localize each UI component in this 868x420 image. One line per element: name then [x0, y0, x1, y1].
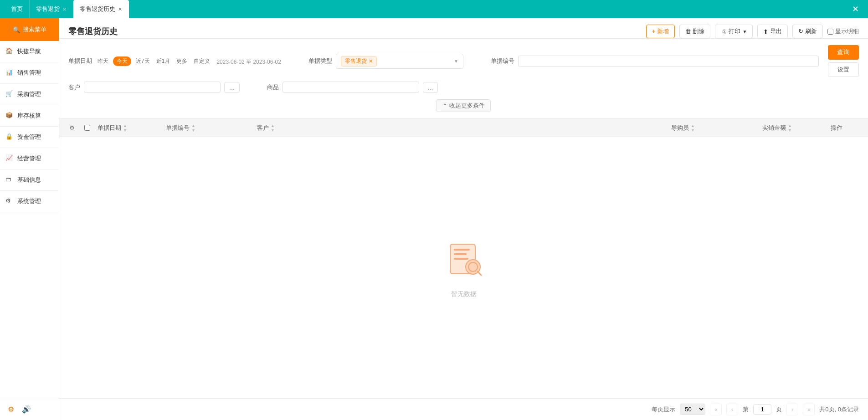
close-tab-retail-return[interactable]: ✕ — [62, 6, 67, 12]
sidebar-bottom: ⚙ 🔊 — [0, 398, 59, 420]
home-icon: 🏠 — [5, 47, 14, 56]
sidebar-item-basic[interactable]: 🗃 基础信息 — [0, 169, 59, 191]
window-close-button[interactable]: ✕ — [847, 4, 863, 14]
table-settings-icon[interactable]: ⚙ — [64, 124, 80, 131]
display-detail-label[interactable]: 显示明细 — [835, 27, 859, 36]
tab-retail-return-history[interactable]: 零售退货历史 ✕ — [73, 0, 129, 18]
doc-num-label: 单据编号 — [491, 57, 514, 65]
goods-dots[interactable]: ... — [423, 82, 438, 93]
select-all-checkbox[interactable] — [84, 125, 90, 131]
doc-type-filter-field: 单据类型 零售退货 ✕ ▼ — [308, 54, 463, 69]
date-opt-custom[interactable]: 自定义 — [192, 56, 212, 66]
empty-state: 暂无数据 — [59, 137, 868, 398]
last-page-button[interactable]: » — [803, 404, 815, 415]
th-docnum[interactable]: 单据编号 ▲▼ — [162, 123, 253, 133]
page-header: 零售退货历史 + 新增 🗑 删除 🖨 打印 ▼ ⬆ 导出 ↻ 刷新 — [59, 18, 868, 39]
refresh-button[interactable]: ↻ 刷新 — [792, 25, 823, 38]
date-opt-yesterday[interactable]: 昨天 — [96, 56, 110, 66]
doc-num-filter-field: 单据编号 — [491, 56, 819, 67]
main-layout: 🔍 搜索菜单 🏠 快捷导航 📊 销售管理 🛒 采购管理 📦 库存核算 🔒 资金管… — [0, 18, 868, 420]
search-icon: 🔍 — [13, 26, 20, 33]
sidebar-search[interactable]: 🔍 搜索菜单 — [0, 18, 59, 41]
th-date[interactable]: 单据日期 ▲▼ — [94, 123, 162, 133]
svg-rect-3 — [454, 258, 468, 260]
goods-filter-field: 商品 ... — [267, 82, 438, 93]
svg-line-6 — [478, 271, 481, 275]
sidebar-item-sales[interactable]: 📊 销售管理 — [0, 62, 59, 84]
date-opt-1month[interactable]: 近1月 — [154, 56, 172, 66]
audio-bottom-icon[interactable]: 🔊 — [21, 404, 32, 415]
close-tab-retail-return-history[interactable]: ✕ — [118, 6, 122, 12]
system-icon: ⚙ — [5, 197, 14, 205]
page-label-before: 第 — [743, 405, 749, 414]
tab-home[interactable]: 首页 — [5, 0, 30, 18]
empty-state-icon — [441, 237, 487, 283]
display-detail-checkbox[interactable] — [827, 29, 833, 35]
customer-dots[interactable]: ... — [224, 82, 240, 93]
doc-num-input[interactable] — [518, 56, 819, 67]
set-button[interactable]: 设置 — [828, 62, 859, 77]
date-filter-label: 单据日期 — [68, 57, 92, 65]
pagination-bar: 每页显示 50 10 20 100 « ‹ 第 1 页 › » 共0页, 0条记… — [59, 398, 868, 420]
date-opt-today[interactable]: 今天 — [113, 56, 131, 66]
doc-type-select[interactable]: 零售退货 ✕ ▼ — [336, 54, 463, 69]
filter-area: 单据日期 昨天 今天 近7天 近1月 更多 自定义 2023-06-02 至 2… — [59, 39, 868, 119]
export-icon: ⬆ — [763, 28, 768, 35]
sort-guide-icon: ▲▼ — [691, 123, 695, 133]
sidebar-item-purchase[interactable]: 🛒 采购管理 — [0, 84, 59, 105]
goods-input[interactable] — [282, 82, 419, 93]
sidebar-item-inventory[interactable]: 📦 库存核算 — [0, 105, 59, 127]
sort-docnum-icon: ▲▼ — [191, 123, 195, 133]
page-label-after: 页 — [776, 405, 782, 414]
table-select-all[interactable] — [80, 125, 94, 131]
content-area: 零售退货历史 + 新增 🗑 删除 🖨 打印 ▼ ⬆ 导出 ↻ 刷新 — [59, 18, 868, 420]
print-icon: 🖨 — [721, 28, 727, 35]
date-filter-field: 单据日期 昨天 今天 近7天 近1月 更多 自定义 — [68, 56, 212, 66]
finance-icon: 🔒 — [5, 133, 14, 141]
doc-type-dropdown-arrow: ▼ — [454, 59, 458, 64]
sidebar-item-operation[interactable]: 📈 经营管理 — [0, 148, 59, 169]
date-opt-more[interactable]: 更多 — [175, 56, 189, 66]
th-guide[interactable]: 导购员 ▲▼ — [668, 123, 759, 133]
doc-type-tag-remove[interactable]: ✕ — [369, 58, 373, 64]
customer-label: 客户 — [68, 83, 80, 92]
total-records-label: 共0页, 0条记录 — [819, 405, 859, 414]
sort-customer-icon: ▲▼ — [271, 123, 275, 133]
export-button[interactable]: ⬆ 导出 — [757, 25, 788, 38]
doc-type-label: 单据类型 — [308, 57, 332, 65]
sidebar: 🔍 搜索菜单 🏠 快捷导航 📊 销售管理 🛒 采购管理 📦 库存核算 🔒 资金管… — [0, 18, 59, 420]
goods-label: 商品 — [267, 83, 279, 92]
basic-icon: 🗃 — [5, 176, 14, 184]
print-button[interactable]: 🖨 打印 ▼ — [715, 25, 753, 38]
svg-rect-1 — [454, 249, 470, 251]
delete-button[interactable]: 🗑 删除 — [679, 25, 711, 38]
sidebar-item-system[interactable]: ⚙ 系统管理 — [0, 191, 59, 212]
page-size-select[interactable]: 50 10 20 100 — [680, 404, 705, 415]
next-page-button[interactable]: › — [786, 404, 798, 415]
th-customer[interactable]: 客户 ▲▼ — [253, 123, 668, 133]
sales-icon: 📊 — [5, 69, 14, 77]
th-amount[interactable]: 实销金额 ▲▼ — [759, 123, 827, 133]
collapse-icon: ⌃ — [442, 102, 447, 109]
query-button[interactable]: 查询 — [828, 45, 859, 60]
svg-rect-2 — [454, 253, 467, 255]
tab-retail-return[interactable]: 零售退货 ✕ — [30, 0, 73, 18]
customer-filter-field: 客户 ... — [68, 82, 240, 93]
date-opt-7days[interactable]: 近7天 — [134, 56, 152, 66]
new-button[interactable]: + 新增 — [646, 25, 675, 38]
page-number-input[interactable]: 1 — [753, 404, 771, 415]
prev-page-button[interactable]: ‹ — [726, 404, 738, 415]
settings-bottom-icon[interactable]: ⚙ — [5, 404, 16, 415]
toolbar: + 新增 🗑 删除 🖨 打印 ▼ ⬆ 导出 ↻ 刷新 显示明细 — [646, 25, 859, 38]
sidebar-item-finance[interactable]: 🔒 资金管理 — [0, 127, 59, 148]
first-page-button[interactable]: « — [710, 404, 722, 415]
top-nav: 首页 零售退货 ✕ 零售退货历史 ✕ ✕ — [0, 0, 868, 18]
sidebar-item-shortcuts[interactable]: 🏠 快捷导航 — [0, 41, 59, 62]
sort-date-icon: ▲▼ — [123, 123, 127, 133]
doc-type-tag: 零售退货 ✕ — [341, 56, 377, 67]
print-dropdown-icon: ▼ — [742, 29, 747, 34]
collapse-filter-button[interactable]: ⌃ 收起更多条件 — [437, 99, 491, 112]
display-detail-toggle: 显示明细 — [827, 27, 859, 36]
customer-input[interactable] — [84, 82, 221, 93]
table-area: ⚙ 单据日期 ▲▼ 单据编号 ▲▼ 客户 ▲▼ 导购员 — [59, 119, 868, 398]
